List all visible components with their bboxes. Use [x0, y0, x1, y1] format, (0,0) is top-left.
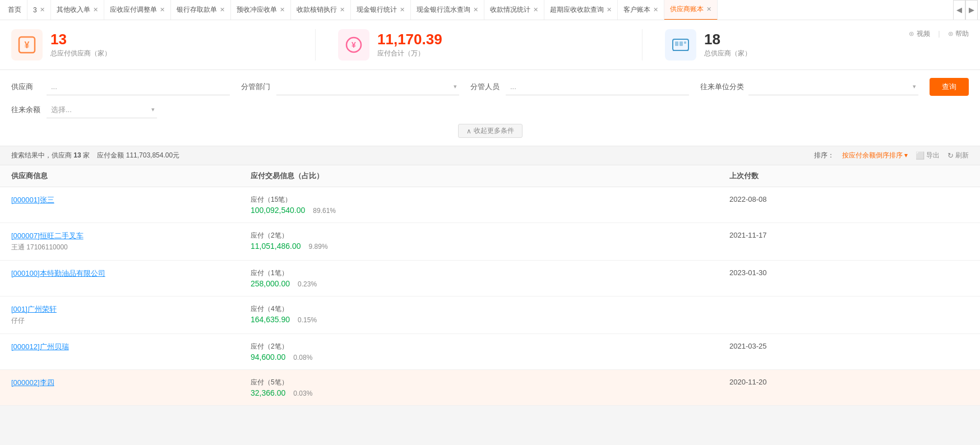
balance-filter-placeholder: 选择... [51, 105, 151, 115]
close-tab-overdue-collect[interactable]: ✕ [607, 6, 612, 13]
balance-filter-input[interactable]: 选择... ▾ [47, 101, 157, 118]
close-tab-receipt-exec[interactable]: ✕ [340, 6, 345, 13]
sort-selector[interactable]: 按应付余额倒序排序 ▾ [842, 151, 908, 160]
close-tab-prepay-collect[interactable]: ✕ [280, 6, 285, 13]
table-row: [000012]广州贝瑞 应付（2笔） 94,600.00 0.08% 2021… [0, 334, 980, 370]
trans-info-4: 应付（2笔） 94,600.00 0.08% [251, 342, 729, 361]
stat-block-payable-total: ¥ 11,170.39 应付合计（万） [315, 29, 642, 61]
last-pay-2: 2023-01-30 [729, 268, 969, 277]
person-filter-input[interactable]: ... [506, 78, 689, 95]
nav-tab-cash-bank-stat-label: 现金银行统计 [357, 5, 397, 15]
nav-arrow-left[interactable]: ◀ [953, 0, 965, 20]
stat-value-payable-total: 11,170.39 [377, 32, 442, 47]
nav-arrow-right[interactable]: ▶ [965, 0, 978, 20]
collapse-label: 收起更多条件 [474, 126, 514, 136]
export-icon: ⬜ [916, 151, 924, 160]
nav-tab-bank-deposit[interactable]: 银行存取款单 ✕ [171, 0, 231, 20]
close-tab-ap-adjust[interactable]: ✕ [160, 6, 165, 13]
supplier-info-4: [000012]广州贝瑞 [11, 342, 251, 352]
results-bar: 搜索结果中，供应商 13 家 应付金额 111,703,854.00元 排序： … [0, 146, 980, 165]
table-row: [000001]张三 应付（15笔） 100,092,540.00 89.61%… [0, 187, 980, 223]
trans-row-3: 164,635.90 0.15% [251, 314, 729, 324]
chevron-down-icon-3: ▾ [151, 106, 155, 113]
person-filter-placeholder: ... [510, 82, 687, 91]
stat-info-payable-suppliers: 13 总应付供应商（家） [50, 32, 111, 58]
trans-label-4: 应付（2笔） [251, 342, 729, 351]
stat-value-payable-suppliers: 13 [50, 32, 111, 47]
trans-pct-5: 0.03% [293, 390, 312, 397]
nav-scroll-arrows: ◀ ▶ [953, 0, 978, 20]
unit-class-filter-input[interactable]: ▾ [748, 78, 919, 95]
close-tab-supplier-acct[interactable]: ✕ [706, 6, 711, 13]
table-row: [000100]本特勤油品有限公司 应付（1笔） 258,000.00 0.23… [0, 261, 980, 296]
nav-tab-home[interactable]: 首页 [2, 0, 27, 20]
close-tab-collect-stat[interactable]: ✕ [533, 6, 538, 13]
stat-icon-payable-total: ¥ [338, 29, 369, 61]
help-link[interactable]: ⊙ 帮助 [948, 29, 969, 39]
nav-tab-cash-bank-stat[interactable]: 现金银行统计 ✕ [351, 0, 411, 20]
close-tab-cash-bank-stat[interactable]: ✕ [400, 6, 405, 13]
nav-tab-collect-stat[interactable]: 收款情况统计 ✕ [484, 0, 544, 20]
supplier-link-4[interactable]: [000012]广州贝瑞 [11, 342, 251, 352]
trans-label-0: 应付（15笔） [251, 195, 729, 205]
stat-block-payable-suppliers: ¥ 13 总应付供应商（家） [11, 29, 315, 61]
nav-tab-3[interactable]: 3 ✕ [27, 0, 51, 20]
dept-filter-label: 分管部门 [241, 82, 272, 92]
nav-tab-cash-bank-flow[interactable]: 现金银行流水查询 ✕ [411, 0, 484, 20]
col-header-last-pay: 上次付数 [729, 171, 969, 181]
stats-bar: ¥ 13 总应付供应商（家） ¥ 11,170.39 应付合计（万） [0, 20, 980, 70]
trans-amount-5[interactable]: 32,366.00 [251, 388, 285, 397]
nav-tab-cash-bank-flow-label: 现金银行流水查询 [417, 5, 470, 15]
svg-rect-5 [675, 41, 678, 46]
close-tab-bank-deposit[interactable]: ✕ [220, 6, 225, 13]
nav-tab-prepay-collect[interactable]: 预收冲应收单 ✕ [231, 0, 291, 20]
stat-icon-payable-suppliers: ¥ [11, 29, 43, 61]
results-actions: 排序： 按应付余额倒序排序 ▾ ⬜ 导出 ↻ 刷新 [814, 151, 969, 160]
trans-row-5: 32,366.00 0.03% [251, 387, 729, 397]
nav-tab-prepay-collect-label: 预收冲应收单 [237, 5, 277, 15]
nav-tab-other-income[interactable]: 其他收入单 ✕ [51, 0, 104, 20]
nav-tab-ap-adjust[interactable]: 应收应付调整单 ✕ [104, 0, 171, 20]
close-tab-customer-acct[interactable]: ✕ [653, 6, 658, 13]
supplier-link-1[interactable]: [000007]恒旺二手叉车 [11, 231, 251, 241]
table-row: [000002]李四 应付（5笔） 32,366.00 0.03% 2020-1… [0, 370, 980, 406]
refresh-button[interactable]: ↻ 刷新 [947, 151, 969, 160]
trans-pct-0: 89.61% [313, 207, 336, 215]
trans-amount-4[interactable]: 94,600.00 [251, 353, 285, 361]
supplier-link-2[interactable]: [000100]本特勤油品有限公司 [11, 268, 251, 279]
stat-label-total-suppliers: 总供应商（家） [704, 49, 751, 58]
trans-info-5: 应付（5笔） 32,366.00 0.03% [251, 378, 729, 397]
nav-tab-customer-acct[interactable]: 客户账本 ✕ [618, 0, 664, 20]
video-link[interactable]: ⊙ 视频 [909, 29, 930, 39]
dept-filter-input[interactable]: ▾ [276, 78, 460, 95]
trans-label-2: 应付（1笔） [251, 268, 729, 278]
nav-tab-bank-deposit-label: 银行存取款单 [177, 5, 217, 15]
export-button[interactable]: ⬜ 导出 [916, 151, 940, 160]
nav-tab-overdue-collect[interactable]: 超期应收收款查询 ✕ [544, 0, 618, 20]
col-header-supplier: 供应商信息 [11, 171, 251, 181]
supplier-link-5[interactable]: [000002]李四 [11, 378, 251, 388]
trans-amount-2[interactable]: 258,000.00 [251, 279, 290, 288]
filter-item-supplier: 供应商 ... [11, 78, 230, 95]
supplier-link-3[interactable]: [001]广州荣轩 [11, 304, 251, 314]
trans-amount-1[interactable]: 11,051,486.00 [251, 242, 301, 251]
nav-tab-receipt-exec[interactable]: 收款核销执行 ✕ [291, 0, 351, 20]
trans-amount-3[interactable]: 164,635.90 [251, 315, 290, 324]
stat-icon-total-suppliers [665, 29, 696, 61]
nav-tab-supplier-acct[interactable]: 供应商账本 ✕ [664, 0, 718, 20]
table-row: [000007]恒旺二手叉车 王通 17106110000 应付（2笔） 11,… [0, 223, 980, 261]
collapse-button[interactable]: ∧ 收起更多条件 [458, 124, 523, 138]
close-tab-cash-bank-flow[interactable]: ✕ [473, 6, 478, 13]
supplier-link-0[interactable]: [000001]张三 [11, 195, 251, 205]
collapse-chevron-icon: ∧ [466, 127, 471, 135]
stat-info-payable-total: 11,170.39 应付合计（万） [377, 32, 442, 58]
trans-info-3: 应付（4笔） 164,635.90 0.15% [251, 304, 729, 324]
filter-item-balance: 往来余额 选择... ▾ [11, 101, 157, 118]
last-pay-0: 2022-08-08 [729, 195, 969, 203]
close-tab-3[interactable]: ✕ [40, 6, 45, 13]
supplier-filter-input[interactable]: ... [47, 78, 230, 95]
close-tab-other-income[interactable]: ✕ [93, 6, 98, 13]
search-button[interactable]: 查询 [930, 78, 969, 96]
refresh-icon: ↻ [947, 151, 954, 160]
trans-amount-0[interactable]: 100,092,540.00 [251, 206, 305, 215]
